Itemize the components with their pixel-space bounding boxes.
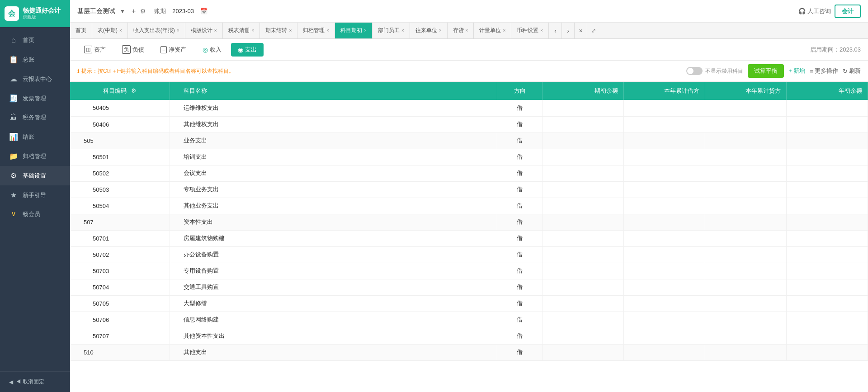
close-subject-btn[interactable]: × — [364, 28, 367, 33]
tab-dept[interactable]: 部门员工 × — [373, 23, 410, 39]
close-file-btn[interactable]: × — [326, 28, 329, 33]
close-midterm-btn[interactable]: × — [119, 28, 122, 33]
table-row[interactable]: 50405 运维维权支出 借 — [70, 100, 868, 116]
cell-dir: 借 — [497, 132, 542, 149]
table-container[interactable]: 科目编码 ⚙ 科目名称 方向 期初余额 本年累计借方 本年累计贷方 年初余额 5… — [70, 82, 868, 392]
tab-subject-init[interactable]: 科目期初 × — [335, 23, 373, 39]
refresh-button[interactable]: ↻ 刷新 — [843, 67, 861, 75]
sidebar-item-reports[interactable]: ☁ 云报表中心 — [0, 69, 70, 89]
hint-text-content: 提示：按Ctrl＋F键并输入科目编码或者科目名称可以查找科目。 — [81, 67, 234, 75]
tab-period-close[interactable]: 期末结转 × — [260, 23, 297, 39]
cell-year-begin — [787, 198, 868, 214]
tab-counterparty[interactable]: 往来单位 × — [410, 23, 448, 39]
cell-code: 50503 — [70, 181, 170, 198]
subtab-expense-label: 支出 — [245, 46, 257, 54]
table-row[interactable]: 507 资本性支出 借 — [70, 214, 868, 230]
close-tax-btn[interactable]: × — [252, 28, 255, 33]
tab-file-mgmt[interactable]: 归档管理 × — [297, 23, 335, 39]
tab-prev-btn[interactable]: ‹ — [549, 23, 561, 39]
subtab-asset-label: 资产 — [94, 46, 106, 54]
vip-icon: V — [9, 211, 18, 217]
consult-button[interactable]: 🎧 人工咨询 — [798, 7, 831, 15]
sidebar-item-close[interactable]: 📊 结账 — [0, 127, 70, 146]
main-content: 基层工会测试 ▼ + ⚙ 账期 2023-03 📅 🎧 人工咨询 会计 首页 表… — [70, 0, 868, 392]
table-row[interactable]: 50501 培训支出 借 — [70, 149, 868, 165]
subtab-income[interactable]: ◎ 收入 — [196, 43, 228, 57]
cell-ytd-debit — [624, 116, 705, 132]
table-row[interactable]: 50705 大型修缮 借 — [70, 295, 868, 312]
table-row[interactable]: 50701 房屋建筑物购建 借 — [70, 230, 868, 246]
tab-label-currency: 币种设置 — [517, 27, 538, 34]
subtab-equity[interactable]: ≡ 净资产 — [154, 43, 193, 57]
sidebar-item-vip[interactable]: V 畅会员 — [0, 205, 70, 224]
settings-btn[interactable]: ⚙ — [140, 8, 146, 15]
tab-next-btn[interactable]: › — [561, 23, 574, 39]
cell-ytd-credit — [705, 165, 787, 181]
sidebar-item-home[interactable]: ⌂ 首页 — [0, 31, 70, 50]
table-row[interactable]: 50702 办公设备购置 借 — [70, 246, 868, 263]
cell-opening — [542, 295, 624, 312]
col-settings-icon[interactable]: ⚙ — [131, 87, 137, 94]
tab-expand-btn[interactable]: ⤢ — [587, 23, 599, 39]
app-name: 畅捷通好会计 — [23, 7, 61, 14]
sidebar-item-tax[interactable]: 🏛 税务管理 — [0, 108, 70, 127]
close-counterparty-btn[interactable]: × — [439, 28, 442, 33]
tab-unit[interactable]: 计量单位 × — [474, 23, 511, 39]
sidebar-item-guide[interactable]: ★ 新手引导 — [0, 185, 70, 205]
cell-dir: 借 — [497, 198, 542, 214]
table-row[interactable]: 50707 其他资本性支出 借 — [70, 328, 868, 344]
col-header-year-begin: 年初余额 — [787, 82, 868, 100]
tab-midterm[interactable]: 表(中期) × — [92, 23, 128, 39]
table-row[interactable]: 505 业务支出 借 — [70, 132, 868, 149]
subtab-asset[interactable]: ◫ 资产 — [77, 43, 113, 57]
close-currency-btn[interactable]: × — [540, 28, 543, 33]
refresh-label: 刷新 — [849, 67, 861, 75]
table-row[interactable]: 50406 其他维权支出 借 — [70, 116, 868, 132]
sidebar-toggle-pin[interactable]: ◀ ◀ 取消固定 — [0, 371, 70, 392]
subtab-expense[interactable]: ◉ 支出 — [231, 43, 264, 57]
sidebar-item-archive[interactable]: 📁 归档管理 — [0, 146, 70, 166]
toggle-switch[interactable] — [686, 67, 703, 75]
close-dept-btn[interactable]: × — [401, 28, 404, 33]
balance-button[interactable]: 试算平衡 — [748, 64, 784, 78]
table-row[interactable]: 510 其他支出 借 — [70, 344, 868, 360]
tab-tax[interactable]: 税表清册 × — [223, 23, 260, 39]
sidebar-item-invoice[interactable]: 🧾 发票管理 — [0, 89, 70, 108]
add-button[interactable]: + 新增 — [788, 67, 805, 75]
sidebar-item-settings[interactable]: ⚙ 基础设置 — [0, 166, 70, 185]
tab-annual[interactable]: 收入支出表(年报) × — [128, 23, 185, 39]
close-unit-btn[interactable]: × — [503, 28, 505, 33]
calendar-icon[interactable]: 📅 — [200, 8, 208, 14]
table-row[interactable]: 50504 其他业务支出 借 — [70, 198, 868, 214]
tab-home[interactable]: 首页 — [70, 23, 92, 39]
table-row[interactable]: 50502 会议支出 借 — [70, 165, 868, 181]
cell-dir: 借 — [497, 230, 542, 246]
headset-icon: 🎧 — [798, 8, 806, 14]
tab-currency[interactable]: 币种设置 × — [511, 23, 549, 39]
subtab-liability[interactable]: 负 负债 — [115, 43, 151, 57]
cell-ytd-credit — [705, 328, 787, 344]
tab-template[interactable]: 模版设计 × — [185, 23, 223, 39]
add-project-btn[interactable]: + — [132, 7, 136, 15]
accounting-button[interactable]: 会计 — [835, 5, 861, 18]
close-template-btn[interactable]: × — [214, 28, 217, 33]
table-row[interactable]: 50503 专项业务支出 借 — [70, 181, 868, 198]
cell-code: 50405 — [70, 100, 170, 116]
table-row[interactable]: 50703 专用设备购置 借 — [70, 263, 868, 279]
cell-ytd-credit — [705, 116, 787, 132]
sidebar-label-reports: 云报表中心 — [23, 75, 52, 83]
cell-year-begin — [787, 214, 868, 230]
sidebar-item-ledger[interactable]: 📋 总账 — [0, 50, 70, 69]
close-period-btn[interactable]: × — [289, 28, 292, 33]
top-header: 基层工会测试 ▼ + ⚙ 账期 2023-03 📅 🎧 人工咨询 会计 — [70, 0, 868, 23]
dropdown-icon[interactable]: ▼ — [120, 8, 125, 14]
cell-ytd-credit — [705, 246, 787, 263]
more-actions-button[interactable]: ≡ 更多操作 — [810, 67, 838, 75]
tab-inventory[interactable]: 存货 × — [448, 23, 474, 39]
close-annual-btn[interactable]: × — [177, 28, 179, 33]
cell-ytd-credit — [705, 132, 787, 149]
table-row[interactable]: 50704 交通工具购置 借 — [70, 279, 868, 295]
tab-close-all-btn[interactable]: × — [574, 23, 587, 39]
close-inventory-btn[interactable]: × — [466, 28, 468, 33]
table-row[interactable]: 50706 信息网络购建 借 — [70, 312, 868, 328]
